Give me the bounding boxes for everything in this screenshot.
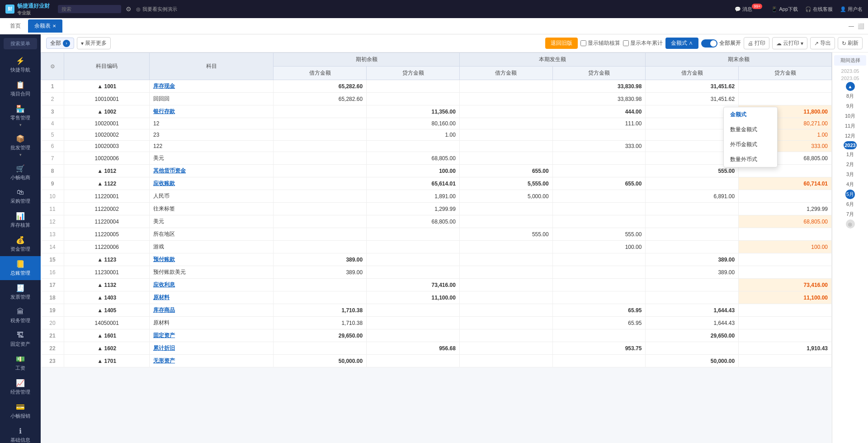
sidebar-item-ecommerce[interactable]: 🛒 小畅电商	[0, 161, 41, 185]
table-row: 10 11220001 人民币 1,891.00 5,000.00 6,891.…	[41, 190, 832, 203]
period-month-6[interactable]: 6月	[845, 200, 855, 209]
refresh-btn[interactable]: ↻ 刷新	[838, 37, 863, 49]
download-btn[interactable]: 📱 App下载	[771, 6, 798, 13]
sidebar-item-ledger[interactable]: 📒 总账管理	[0, 256, 41, 280]
sidebar-item-project[interactable]: 📋 项目合同	[0, 77, 41, 101]
cb-debit-cell: 6,891.00	[646, 190, 739, 203]
subject-name-link[interactable]: 应收账款	[153, 180, 175, 186]
period-month-5[interactable]: 5月	[845, 190, 855, 199]
service-btn[interactable]: 🎧 在线客服	[805, 6, 833, 13]
sidebar-item-purchase[interactable]: 🛍 采购管理	[0, 185, 41, 208]
expand-more-btn[interactable]: ▾ 展开更多	[77, 37, 111, 49]
subject-name-link[interactable]: 固定资产	[153, 332, 175, 338]
period-month-4[interactable]: 4月	[845, 180, 855, 189]
table-settings-icon[interactable]: ⚙	[50, 63, 55, 70]
sidebar-item-expense[interactable]: 💳 小畅报销	[0, 399, 41, 423]
sidebar-item-finance[interactable]: 💰 资金管理	[0, 232, 41, 256]
subject-name-link[interactable]: 应收利息	[153, 281, 175, 288]
cb-debit-cell: 389.00	[646, 266, 739, 279]
wholesale-icon: 📦	[16, 134, 25, 143]
sidebar-item-wholesale[interactable]: 📦 批发管理 ▾	[0, 131, 41, 161]
filter-arrow-icon[interactable]: ›	[63, 40, 70, 47]
row-number: 5	[41, 129, 64, 141]
cp-debit-cell	[459, 152, 552, 165]
subject-name-link[interactable]: 原材料	[153, 294, 170, 300]
period-year-label-2023[interactable]: 2023	[844, 141, 856, 149]
period-month-12[interactable]: 12月	[844, 131, 856, 141]
dropdown-item-qty-foreign[interactable]: 数量外币式	[724, 152, 777, 167]
window-maximize-icon[interactable]: ⬜	[858, 23, 864, 29]
subject-name-link[interactable]: 累计折旧	[153, 345, 175, 351]
sidebar-item-salary[interactable]: 💵 工资	[0, 351, 41, 375]
print-btn[interactable]: 🖨 打印	[744, 37, 769, 49]
filter-box[interactable]: 全部 ›	[46, 38, 74, 49]
table-row: 22 ▲ 1602 累计折旧 956.68 953.75 1,910.43	[41, 342, 832, 355]
settings-gear-icon[interactable]: ⚙	[126, 5, 132, 13]
subject-name-link[interactable]: 库存商品	[153, 307, 175, 313]
sidebar-item-retail[interactable]: 🏪 零售管理 ▾	[0, 101, 41, 131]
show-ytd-checkbox[interactable]: 显示本年累计	[623, 39, 663, 47]
subject-name-cell: 12	[150, 118, 274, 129]
message-btn[interactable]: 💬 消息 99+	[735, 6, 764, 13]
balance-table: ⚙ 科目编码 科目 期初余额 本期发生额 期末余额 借方金额 贷方金额 借方金额	[41, 52, 832, 367]
dropdown-item-qty-amount[interactable]: 数量金额式	[724, 122, 777, 137]
demo-link[interactable]: ◎ 我要看实例演示	[136, 6, 177, 13]
expand-all-toggle[interactable]: 全部展开	[701, 39, 741, 48]
subject-name-link[interactable]: 库存现金	[153, 83, 175, 89]
table-row: 12 11220004 美元 68,805.00 68,805.00	[41, 215, 832, 228]
subject-name-link[interactable]: 其他货币资金	[153, 167, 186, 174]
period-month-3[interactable]: 3月	[845, 170, 855, 179]
period-down-btn[interactable]: ◎	[846, 219, 855, 229]
period-month-1[interactable]: 1月	[845, 150, 855, 159]
toggle-switch[interactable]	[701, 39, 717, 48]
ob-debit-cell: 389.00	[274, 266, 367, 279]
export-btn[interactable]: ↗ 导出	[810, 37, 835, 49]
period-month-7[interactable]: 7月	[845, 210, 855, 219]
cb-credit-cell: 1,299.99	[739, 203, 832, 215]
subject-name-link[interactable]: 银行存款	[153, 108, 175, 114]
table-row: 17 ▲ 1132 应收利息 73,416.00 73,416.00	[41, 279, 832, 291]
subject-name-cell: 固定资产	[150, 329, 274, 342]
app-logo: 财 畅捷通好业财 专业版	[5, 2, 50, 16]
sidebar-item-quick-nav[interactable]: ⚡ 快捷导航	[0, 53, 41, 77]
tab-close-icon[interactable]: ✕	[52, 24, 56, 29]
sidebar-item-assets[interactable]: 🏗 固定资产	[0, 328, 41, 351]
row-number: 19	[41, 304, 64, 317]
window-minimize-icon[interactable]: —	[849, 23, 854, 29]
sidebar-item-operations[interactable]: 📈 经营管理	[0, 375, 41, 399]
sidebar-item-tax[interactable]: 🏛 税务管理	[0, 304, 41, 328]
audit-checkbox-input[interactable]	[580, 40, 586, 46]
cb-debit-cell	[646, 215, 739, 228]
cloud-print-btn[interactable]: ☁ 云打印 ▾	[772, 37, 807, 49]
period-month-10[interactable]: 10月	[844, 111, 856, 121]
ob-debit-cell	[274, 279, 367, 291]
sidebar-search-btn[interactable]: 搜索菜单	[4, 38, 37, 49]
ytd-checkbox-input[interactable]	[623, 40, 629, 46]
cp-credit-header: 贷方金额	[552, 67, 646, 80]
sidebar-item-info[interactable]: ℹ 基础信息	[0, 423, 41, 443]
logo-icon: 财	[5, 5, 14, 14]
global-search-input[interactable]	[58, 5, 121, 13]
back-to-old-btn[interactable]: 退回旧版	[545, 38, 578, 49]
period-month-9[interactable]: 9月	[845, 101, 855, 111]
show-audit-checkbox[interactable]: 显示辅助核算	[580, 39, 620, 47]
dropdown-item-foreign-amount[interactable]: 外币金额式	[724, 137, 777, 152]
period-month-8[interactable]: 8月	[845, 91, 855, 101]
period-up-btn[interactable]: ▲	[846, 82, 855, 91]
mode-dropdown: 金额式 数量金额式 外币金额式 数量外币式	[723, 107, 778, 167]
sidebar-item-inventory[interactable]: 📊 库存核算	[0, 208, 41, 232]
tab-balance-sheet[interactable]: 余额表 ✕	[28, 19, 62, 33]
period-month-11[interactable]: 11月	[844, 121, 856, 131]
sidebar-item-invoice[interactable]: 🧾 发票管理	[0, 280, 41, 304]
demo-icon: ◎	[136, 6, 141, 12]
cb-debit-cell: 29,650.00	[646, 329, 739, 342]
subject-code: 11220002	[64, 203, 150, 215]
subject-name-link[interactable]: 无形资产	[153, 357, 175, 364]
tab-home[interactable]: 首页	[4, 19, 27, 33]
period-month-2[interactable]: 2月	[845, 160, 855, 169]
subject-name-link[interactable]: 预付账款	[153, 256, 175, 262]
table-row: 1 ▲ 1001 库存现金 65,282.60 33,830.98 31,451…	[41, 80, 832, 93]
mode-btn[interactable]: 金额式 ∧	[665, 38, 698, 49]
user-avatar[interactable]: 👤 用户名	[840, 6, 863, 13]
dropdown-item-amount[interactable]: 金额式	[724, 107, 777, 122]
